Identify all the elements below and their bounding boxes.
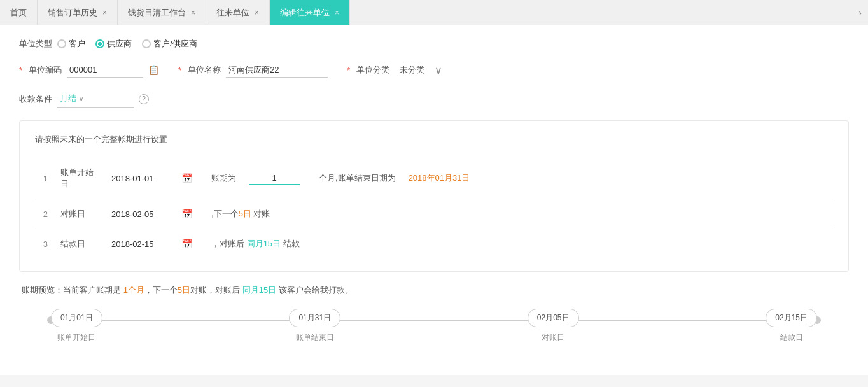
tab-edit-partner[interactable]: 编辑往来单位 × bbox=[270, 0, 350, 25]
step-label-3: 结款日 bbox=[60, 238, 99, 250]
payment-terms-field: 收款条件 月结 ∨ ? bbox=[19, 90, 149, 108]
unit-type-row: 单位类型 客户 供应商 客户/供应商 bbox=[19, 38, 849, 50]
required-star-code: * bbox=[19, 66, 22, 75]
unit-category-label: 单位分类 bbox=[356, 64, 389, 76]
radio-both[interactable]: 客户/供应商 bbox=[142, 38, 197, 50]
tab-cash-workbench[interactable]: 钱货日清工作台 × bbox=[118, 0, 206, 25]
tabs-more-arrow[interactable]: › bbox=[852, 8, 868, 18]
timeline-container: 01月01日 账单开始日 01月31日 账单结束日 02月05日 对账日 02月… bbox=[19, 309, 849, 362]
step-row-1: 1 账单开始日 2018-01-01 📅 账期为 个月,账单结束日期为 2018… bbox=[35, 158, 833, 199]
step-date-3: 2018-02-15 bbox=[111, 239, 169, 249]
timeline-badge-1: 01月01日 bbox=[51, 309, 102, 327]
help-icon[interactable]: ? bbox=[139, 94, 149, 104]
unit-info-row: * 单位编码 📋 * 单位名称 * 单位分类 未分类 ∨ bbox=[19, 62, 849, 78]
radio-circle-both bbox=[142, 39, 151, 48]
step-period-unit: 个月,账单结束日期为 bbox=[319, 172, 396, 184]
unit-name-input[interactable] bbox=[226, 62, 328, 78]
tabs-bar: 首页 销售订单历史 × 钱货日清工作台 × 往来单位 × 编辑往来单位 × › bbox=[0, 0, 868, 25]
unit-code-input[interactable] bbox=[67, 62, 143, 78]
radio-circle-customer bbox=[57, 39, 66, 48]
timeline-node-2: 01月31日 账单结束日 bbox=[289, 309, 340, 343]
step-row-3: 3 结款日 2018-02-15 📅 ，对账后 同月15日 结款 bbox=[35, 229, 833, 258]
period-value-input[interactable] bbox=[249, 172, 300, 185]
timeline-line bbox=[51, 320, 817, 321]
step-num-3: 3 bbox=[35, 239, 48, 249]
timeline-badge-3: 02月05日 bbox=[528, 309, 579, 327]
section-intro: 请按照未来的一个完整帐期进行设置 bbox=[35, 134, 833, 145]
radio-customer[interactable]: 客户 bbox=[57, 38, 85, 50]
step-label-2: 对账日 bbox=[60, 208, 99, 220]
step-period-label: 账期为 bbox=[211, 172, 236, 184]
period-settings-box: 请按照未来的一个完整帐期进行设置 1 账单开始日 2018-01-01 📅 账期… bbox=[19, 120, 849, 272]
unit-name-field: * 单位名称 bbox=[178, 62, 328, 78]
main-content: 单位类型 客户 供应商 客户/供应商 * 单位编码 bbox=[0, 25, 868, 375]
radio-label-supplier: 供应商 bbox=[107, 38, 132, 50]
payment-terms-row: 收款条件 月结 ∨ ? bbox=[19, 90, 849, 108]
unit-category-value: 未分类 bbox=[400, 64, 424, 76]
step-label-1: 账单开始日 bbox=[60, 167, 99, 190]
tab-close-cash-workbench[interactable]: × bbox=[191, 8, 195, 17]
radio-circle-supplier bbox=[95, 39, 104, 48]
unit-code-label: 单位编码 bbox=[29, 64, 62, 76]
tab-close-edit-partner[interactable]: × bbox=[335, 8, 339, 17]
tab-sales-history[interactable]: 销售订单历史 × bbox=[38, 0, 118, 25]
payment-terms-label: 收款条件 bbox=[19, 94, 52, 105]
timeline-node-3: 02月05日 对账日 bbox=[528, 309, 579, 343]
payment-terms-value: 月结 bbox=[60, 93, 76, 104]
radio-group: 客户 供应商 客户/供应商 bbox=[57, 38, 197, 50]
preview-text: 账期预览：当前客户账期是 1个月，下一个5日对账，对账后 同月15日 该客户会给… bbox=[19, 285, 849, 296]
preview-day: 5日 bbox=[178, 285, 190, 295]
step3-highlight: 同月15日 bbox=[247, 239, 281, 248]
payment-terms-dropdown-arrow: ∨ bbox=[79, 95, 83, 102]
timeline-label-2: 账单结束日 bbox=[296, 332, 334, 343]
timeline-node-1: 01月01日 账单开始日 bbox=[51, 309, 102, 343]
preview-period: 1个月 bbox=[123, 285, 144, 295]
step-row-2: 2 对账日 2018-02-05 📅 ,下一个5日 对账 bbox=[35, 199, 833, 229]
required-star-name: * bbox=[178, 66, 181, 75]
radio-label-both: 客户/供应商 bbox=[153, 38, 197, 50]
step-date-2: 2018-02-05 bbox=[111, 209, 169, 219]
cal-icon-2[interactable]: 📅 bbox=[181, 209, 192, 219]
step3-info: ，对账后 同月15日 结款 bbox=[211, 238, 300, 250]
timeline-label-4: 结款日 bbox=[780, 332, 803, 343]
tab-close-partner-unit[interactable]: × bbox=[255, 8, 259, 17]
radio-label-customer: 客户 bbox=[69, 38, 85, 50]
step-num-1: 1 bbox=[35, 174, 48, 183]
tab-close-sales-history[interactable]: × bbox=[102, 8, 107, 17]
unit-category-field: * 单位分类 未分类 ∨ bbox=[347, 64, 442, 76]
cal-icon-3[interactable]: 📅 bbox=[181, 239, 192, 249]
period-end-date: 2018年01月31日 bbox=[409, 172, 470, 184]
step-num-2: 2 bbox=[35, 209, 48, 219]
copy-icon[interactable]: 📋 bbox=[148, 65, 159, 75]
step2-highlight: 5日 bbox=[239, 209, 251, 218]
category-dropdown-arrow[interactable]: ∨ bbox=[435, 64, 442, 76]
tab-partner-unit[interactable]: 往来单位 × bbox=[206, 0, 270, 25]
cal-icon-1[interactable]: 📅 bbox=[181, 173, 192, 183]
timeline-badge-2: 01月31日 bbox=[289, 309, 340, 327]
step-date-1: 2018-01-01 bbox=[111, 174, 169, 183]
timeline-label-1: 账单开始日 bbox=[57, 332, 95, 343]
payment-terms-select[interactable]: 月结 ∨ bbox=[57, 90, 134, 108]
unit-code-field: * 单位编码 📋 bbox=[19, 62, 159, 78]
radio-supplier[interactable]: 供应商 bbox=[95, 38, 132, 50]
required-star-category: * bbox=[347, 66, 350, 75]
unit-type-field: 单位类型 客户 供应商 客户/供应商 bbox=[19, 38, 197, 50]
timeline-label-3: 对账日 bbox=[542, 332, 564, 343]
tab-home[interactable]: 首页 bbox=[0, 0, 38, 25]
preview-payment-day: 同月15日 bbox=[242, 285, 276, 295]
unit-name-label: 单位名称 bbox=[188, 64, 221, 76]
timeline-node-4: 02月15日 结款日 bbox=[766, 309, 817, 343]
unit-type-label: 单位类型 bbox=[19, 38, 52, 50]
timeline-badge-4: 02月15日 bbox=[766, 309, 817, 327]
step2-info: ,下一个5日 对账 bbox=[211, 208, 270, 220]
